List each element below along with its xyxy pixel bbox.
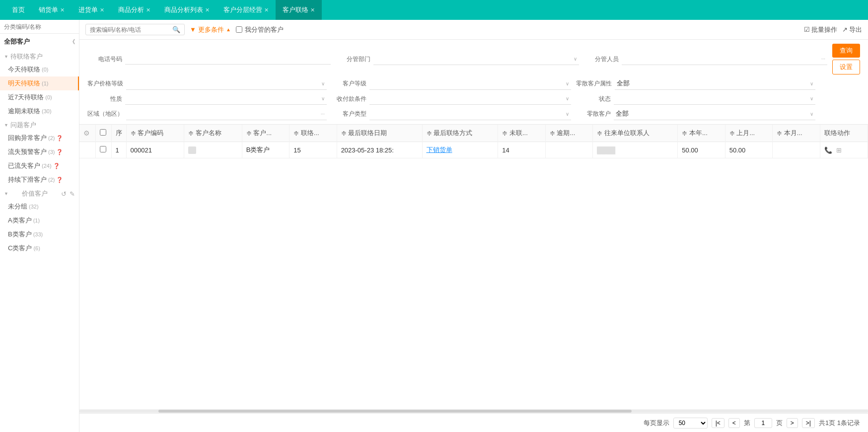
filter-dept-select[interactable]: ∨ xyxy=(373,53,579,65)
export-button[interactable]: ↗ 导出 xyxy=(842,25,862,34)
col-not-contacted-sort[interactable]: ≑ xyxy=(502,129,507,137)
sidebar-item-today[interactable]: 今天待联络 (0) xyxy=(0,63,79,76)
sidebar-search-input[interactable] xyxy=(4,23,78,30)
nav-sales[interactable]: 销货单 ✕ xyxy=(32,0,72,20)
sidebar-group-problem[interactable]: 问题客户 xyxy=(0,118,79,131)
nav-customer-segment-close[interactable]: ✕ xyxy=(264,7,269,13)
set-button[interactable]: 设置 xyxy=(832,60,860,74)
sidebar-item-overdue[interactable]: 逾期未联络 (30) xyxy=(0,104,79,118)
nav-home[interactable]: 首页 xyxy=(5,0,32,20)
nav-analysis-list-close[interactable]: ✕ xyxy=(205,7,210,13)
sidebar-search-bar: 🔍 xyxy=(0,20,79,34)
sidebar-item-class-a[interactable]: A类客户 (1) xyxy=(0,214,79,227)
search-icon[interactable]: 🔍 xyxy=(172,26,180,33)
settings-icon[interactable]: ⚙ xyxy=(83,129,90,137)
filter-customer-level-select[interactable]: ∨ xyxy=(369,78,571,90)
col-overdue-sort[interactable]: ≑ xyxy=(550,129,555,137)
sidebar-group-value[interactable]: 价值客户 ↺ ✎ xyxy=(0,187,79,200)
col-name-sort[interactable]: ≑ xyxy=(188,129,194,137)
filter-payment-select[interactable]: ∨ xyxy=(369,93,571,105)
more-filters-label: 更多条件 xyxy=(198,25,224,34)
nav-analysis[interactable]: 商品分析 ✕ xyxy=(111,0,157,20)
nav-customer-contact-close[interactable]: ✕ xyxy=(310,7,315,13)
sidebar-item-class-c[interactable]: C类客户 (6) xyxy=(0,241,79,255)
batch-action-button[interactable]: ☑ 批量操作 xyxy=(804,25,837,34)
my-customers-toggle[interactable]: 我分管的客户 xyxy=(236,25,284,34)
filter-manager-select[interactable]: ··· xyxy=(622,53,827,65)
sidebar-group-pending[interactable]: 待联络客户 xyxy=(0,50,79,63)
filter-retail-customer-label: 零散客户 xyxy=(576,110,611,118)
filter-phone: 电话号码 xyxy=(87,54,331,65)
col-settings: ⚙ xyxy=(79,125,95,142)
sidebar-item-7days[interactable]: 近7天待联络 (0) xyxy=(0,90,79,104)
filter-row-4: 区域（地区） ··· 客户类型 ∨ 零散客户 全部 xyxy=(87,108,860,120)
col-this-month-sort[interactable]: ≑ xyxy=(777,129,782,137)
sidebar-item-churned-help[interactable]: ❓ xyxy=(53,163,60,169)
filter-nature-select[interactable]: ∨ xyxy=(125,93,327,105)
col-last-method-sort[interactable]: ≑ xyxy=(427,129,432,137)
nav-purchase-close[interactable]: ✕ xyxy=(100,7,104,13)
row-checkbox[interactable] xyxy=(100,146,106,152)
sidebar-item-ungrouped[interactable]: 未分组 (32) xyxy=(0,200,79,214)
page-input[interactable] xyxy=(754,418,772,428)
select-all-checkbox[interactable] xyxy=(100,129,106,136)
sidebar-all-customers[interactable]: 全部客户 《 xyxy=(0,34,79,50)
filter-price-level-select[interactable]: ∨ xyxy=(126,78,327,90)
nav-analysis-close[interactable]: ✕ xyxy=(146,7,150,13)
sidebar-item-churn-warning-count: (3) xyxy=(48,149,55,155)
row-contacts: 15 xyxy=(289,142,337,158)
row-last-date-value: 2023-05-23 18:25: xyxy=(341,146,394,154)
first-page-button[interactable]: |< xyxy=(712,418,724,428)
col-type-sort[interactable]: ≑ xyxy=(246,129,252,137)
col-code-sort[interactable]: ≑ xyxy=(131,129,136,137)
sidebar-item-churn-warning[interactable]: 流失预警客户 (3) ❓ xyxy=(0,145,79,159)
col-contacts-sort[interactable]: ≑ xyxy=(293,129,299,137)
sidebar-group-value-refresh[interactable]: ↺ xyxy=(61,190,67,198)
row-last-method-value[interactable]: 下销货单 xyxy=(427,146,452,153)
filter-manager-dots[interactable]: ··· xyxy=(821,56,825,62)
nav-purchase[interactable]: 进货单 ✕ xyxy=(72,0,111,20)
next-page-button[interactable]: > xyxy=(787,418,798,428)
sidebar-item-declining-help[interactable]: ❓ xyxy=(56,177,63,183)
row-num-value: 1 xyxy=(116,146,119,154)
nav-analysis-list[interactable]: 商品分析列表 ✕ xyxy=(157,0,217,20)
sidebar-group-value-edit[interactable]: ✎ xyxy=(70,190,75,198)
sidebar-item-repurchase-help[interactable]: ❓ xyxy=(56,135,63,142)
nav-customer-contact[interactable]: 客户联络 ✕ xyxy=(276,0,322,20)
more-filters-button[interactable]: ▼ 更多条件 ▲ xyxy=(190,25,231,34)
search-input[interactable] xyxy=(90,26,170,33)
filter-region-dots[interactable]: ··· xyxy=(321,111,325,117)
filter-customer-type-select[interactable]: ∨ xyxy=(369,108,571,120)
filter-retail-attr-select[interactable]: 全部 ∨ xyxy=(615,77,815,90)
row-company-contact: ████ xyxy=(593,142,678,158)
col-last-month-sort[interactable]: ≑ xyxy=(729,129,735,137)
col-last-date-sort[interactable]: ≑ xyxy=(341,129,347,137)
filter-region-select[interactable]: ··· xyxy=(126,108,327,120)
sidebar-item-churn-warning-help[interactable]: ❓ xyxy=(56,149,63,155)
col-this-year-sort[interactable]: ≑ xyxy=(682,129,687,137)
sidebar-item-churned[interactable]: 已流失客户 (24) ❓ xyxy=(0,159,79,173)
my-customers-checkbox[interactable] xyxy=(236,26,242,33)
sidebar-item-repurchase[interactable]: 回购异常客户 (2) ❓ xyxy=(0,131,79,145)
row-action-grid[interactable]: ⊞ xyxy=(836,146,842,154)
filter-retail-customer-select[interactable]: 全部 ∨ xyxy=(614,108,815,120)
last-page-button[interactable]: >| xyxy=(802,418,815,428)
row-action-phone[interactable]: 📞 xyxy=(824,146,832,154)
prev-page-button[interactable]: < xyxy=(728,418,740,428)
filter-phone-input[interactable] xyxy=(125,54,331,65)
filter-dept-label: 分管部门 xyxy=(336,55,370,64)
horizontal-scrollbar[interactable] xyxy=(79,409,868,413)
nav-sales-close[interactable]: ✕ xyxy=(60,7,65,13)
query-button[interactable]: 查询 xyxy=(832,44,860,58)
col-company-contact-sort[interactable]: ≑ xyxy=(597,129,602,137)
nav-customer-segment[interactable]: 客户分层经营 ✕ xyxy=(217,0,276,20)
sidebar-item-declining[interactable]: 持续下滑客户 (2) ❓ xyxy=(0,173,79,187)
filter-dept-chevron: ∨ xyxy=(574,56,577,62)
sidebar-item-tomorrow[interactable]: 明天待联络 (1) xyxy=(0,76,79,90)
scrollbar-thumb[interactable] xyxy=(158,410,632,413)
row-not-contacted: 14 xyxy=(498,142,545,158)
filter-status: 状态 ∨ xyxy=(576,93,815,105)
sidebar-item-class-b[interactable]: B类客户 (33) xyxy=(0,227,79,241)
per-page-select[interactable]: 50 100 200 xyxy=(673,418,708,429)
filter-status-select[interactable]: ∨ xyxy=(614,93,815,105)
